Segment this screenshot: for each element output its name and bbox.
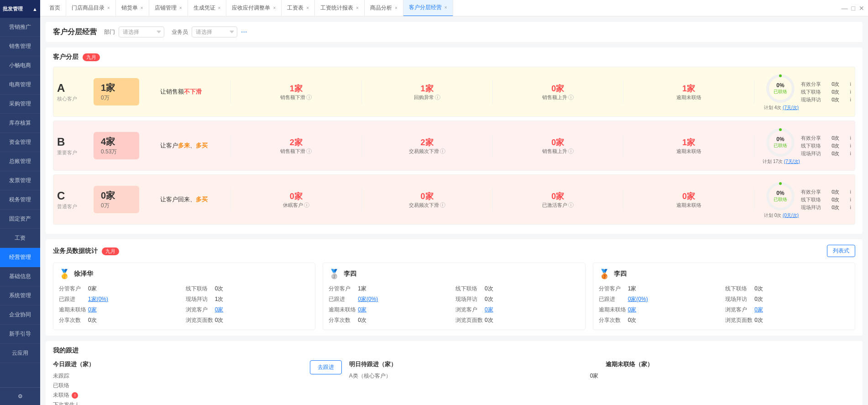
circle-pct-A: 0% (774, 82, 787, 89)
sidebar-logo[interactable]: 批发管理 ▲ (0, 0, 40, 18)
staff-stat-val-1-2[interactable]: 0家(0%) (358, 295, 378, 303)
tab-close-6[interactable]: × (306, 5, 309, 11)
stat-val-C-0: 0次 (831, 189, 839, 195)
tab-item-1[interactable]: 门店商品目录× (66, 0, 116, 16)
stat-info-B-2[interactable]: i (850, 151, 851, 156)
stat-info-C-0[interactable]: i (850, 189, 851, 195)
staff-stat-1-5: 浏览客户 0家 (455, 306, 580, 314)
tab-close-7[interactable]: × (356, 5, 359, 11)
tab-close-9[interactable]: × (444, 5, 447, 10)
info-icon-A-0[interactable]: i (306, 95, 312, 100)
plan-link-B[interactable]: (7天/次) (784, 159, 800, 164)
tab-item-8[interactable]: 商品分析× (365, 0, 403, 16)
sales-select[interactable]: 请选择 (192, 26, 237, 37)
sidebar-item-3[interactable]: 电商管理 (0, 75, 40, 95)
tab-item-3[interactable]: 店铺管理× (149, 0, 188, 16)
staff-stat-val-2-0: 1家 (628, 285, 637, 293)
plan-link-C[interactable]: (0天/次) (783, 213, 799, 218)
circle-status-A: 已联络 (774, 89, 787, 95)
staff-section-header: 业务员数据统计 九月 列表式 (53, 245, 855, 257)
sidebar-item-2[interactable]: 小畅电商 (0, 56, 40, 75)
staff-header-0: 🥇 徐泽华 (59, 268, 309, 279)
staff-stat-val-0-5[interactable]: 0家 (215, 306, 224, 314)
window-maximize-icon[interactable]: □ (852, 5, 855, 12)
sidebar-item-5[interactable]: 库存核算 (0, 114, 40, 133)
stat-info-A-0[interactable]: i (850, 81, 851, 87)
sidebar-item-6[interactable]: 资金管理 (0, 133, 40, 152)
stat-info-A-1[interactable]: i (850, 89, 851, 95)
tab-bar: 首页门店商品目录×销货单×店铺管理×生成凭证×应收应付调整单×工资表×工资统计报… (40, 0, 868, 16)
plan-link-A[interactable]: (7天/次) (783, 105, 799, 110)
tab-item-5[interactable]: 应收应付调整单× (226, 0, 282, 16)
tab-item-7[interactable]: 工资统计报表× (315, 0, 365, 16)
staff-stat-2-4: 逾期未联络 0家 (599, 306, 723, 314)
stat-val-A-0: 0次 (831, 81, 839, 88)
stat-info-B-0[interactable]: i (850, 135, 851, 141)
tab-close-3[interactable]: × (179, 5, 182, 11)
sidebar-item-1[interactable]: 销售管理 (0, 37, 40, 56)
info-icon-C-0[interactable]: i (304, 202, 309, 208)
metric-divider-2-1 (492, 188, 493, 211)
goto-followup-button[interactable]: 去跟进 (310, 360, 342, 374)
dept-select[interactable]: 请选择 (119, 26, 164, 37)
staff-stat-val-2-4[interactable]: 0家 (628, 306, 637, 314)
tab-close-8[interactable]: × (395, 5, 397, 11)
sidebar-item-13[interactable]: 基础信息 (0, 267, 40, 286)
list-view-button[interactable]: 列表式 (827, 245, 855, 257)
tab-close-4[interactable]: × (218, 5, 221, 11)
stat-info-C-1[interactable]: i (850, 197, 851, 202)
info-icon-B-0[interactable]: i (306, 148, 312, 154)
staff-name-0: 徐泽华 (74, 270, 93, 278)
circle-status-C: 已联络 (774, 196, 787, 203)
sidebar-item-17[interactable]: 云应用 (0, 344, 40, 363)
sidebar-item-7[interactable]: 总账管理 (0, 152, 40, 171)
info-icon-A-2[interactable]: i (568, 95, 574, 100)
staff-stat-1-1: 线下联络 0次 (455, 285, 580, 293)
sidebar-item-12[interactable]: 经营管理 (0, 248, 40, 267)
window-close-icon[interactable]: ✕ (859, 5, 864, 12)
window-minimize-icon[interactable]: — (842, 5, 848, 12)
tab-close-5[interactable]: × (273, 5, 276, 11)
sidebar-item-8[interactable]: 发票管理 (0, 171, 40, 190)
sidebar-toggle-icon[interactable]: ▲ (32, 6, 37, 12)
tab-item-0[interactable]: 首页 (44, 0, 66, 16)
staff-stat-label-2-0: 分管客户 (599, 285, 626, 293)
tab-item-2[interactable]: 销货单× (116, 0, 149, 16)
staff-stat-1-0: 分管客户 1家 (329, 285, 453, 293)
info-icon-B-1[interactable]: i (440, 148, 445, 154)
staff-stat-val-2-2[interactable]: 0家(0%) (628, 295, 648, 303)
staff-stat-val-1-5[interactable]: 0家 (485, 306, 493, 314)
tab-close-2[interactable]: × (141, 5, 143, 11)
info-icon-C-2[interactable]: i (568, 202, 574, 208)
stat-info-B-1[interactable]: i (850, 143, 851, 148)
tab-close-1[interactable]: × (107, 5, 110, 11)
sidebar-item-15[interactable]: 企业协同 (0, 305, 40, 325)
sidebar-item-14[interactable]: 系统管理 (0, 286, 40, 305)
stat-info-C-2[interactable]: i (850, 205, 851, 210)
tab-item-9[interactable]: 客户分层经营× (403, 0, 453, 16)
info-icon-B-2[interactable]: i (568, 148, 574, 154)
sidebar-item-11[interactable]: 工资 (0, 229, 40, 248)
staff-stat-2-2: 已跟进 0家(0%) (599, 295, 723, 303)
staff-stat-1-3: 现场拜访 0次 (455, 295, 580, 303)
metric-cell-B-3: 1家 逾期未联络 (629, 137, 748, 155)
today-row-untracked: 未跟踪 (53, 372, 303, 380)
info-icon-C-1[interactable]: i (440, 202, 445, 208)
tab-item-4[interactable]: 生成凭证× (188, 0, 227, 16)
sidebar-item-0[interactable]: 营销推广 (0, 18, 40, 37)
next-info-icon[interactable]: i (76, 401, 78, 405)
stat-info-A-2[interactable]: i (850, 97, 851, 102)
metric-label-A-1: 回购异常 i (371, 94, 483, 101)
sidebar-gear[interactable]: ⚙ (0, 387, 40, 405)
staff-stat-val-0-4[interactable]: 0家 (88, 306, 97, 314)
more-filters-icon[interactable]: ··· (241, 28, 247, 36)
sidebar-item-9[interactable]: 税务管理 (0, 190, 40, 210)
staff-stat-val-1-4[interactable]: 0家 (358, 306, 366, 314)
tab-item-6[interactable]: 工资表× (282, 0, 315, 16)
sidebar-item-4[interactable]: 采购管理 (0, 95, 40, 114)
sidebar-item-16[interactable]: 新手引导 (0, 325, 40, 344)
staff-stat-val-2-5[interactable]: 0家 (754, 306, 763, 314)
sidebar-item-10[interactable]: 固定资产 (0, 210, 40, 229)
info-icon-A-1[interactable]: i (435, 95, 440, 100)
staff-stat-val-0-2[interactable]: 1家(0%) (88, 295, 108, 303)
